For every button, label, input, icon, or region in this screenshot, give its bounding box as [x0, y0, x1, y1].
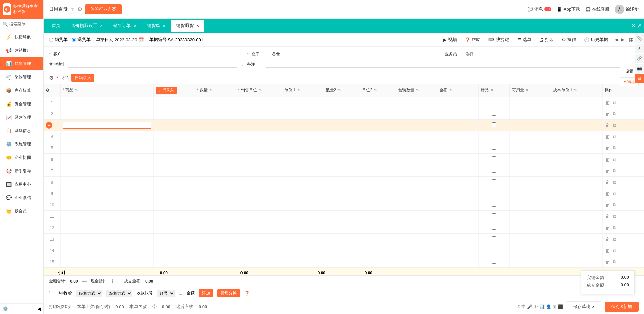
bank-account-select[interactable]: 账号 [157, 290, 175, 297]
sidebar-item-inventory[interactable]: 📦 库存核算 [0, 84, 43, 97]
sale-radio-input[interactable] [49, 38, 53, 42]
warehouse-input[interactable] [271, 51, 435, 57]
row-qty-8[interactable] [195, 177, 236, 188]
gift-check-8[interactable] [492, 179, 496, 184]
sidebar-item-operations[interactable]: 📈 经营管理 [0, 111, 43, 124]
copy-row-btn-7[interactable]: ⧉ [612, 167, 617, 174]
row-sale-unit-4[interactable] [236, 131, 282, 142]
close-window-btn[interactable]: ✕ [631, 23, 636, 29]
copy-row-btn-12[interactable]: ⧉ [612, 224, 617, 231]
row-unit2-4[interactable] [360, 131, 396, 142]
row-unit-price-11[interactable] [282, 211, 324, 222]
sidebar-item-enterprise[interactable]: 🤝 企业协同 [0, 151, 43, 164]
save-draft-btn[interactable]: 保存草稿 ∧ [566, 301, 602, 312]
row-amount-1[interactable] [437, 97, 479, 108]
row-gift-4[interactable] [479, 131, 509, 142]
row-sale-unit-3[interactable] [236, 120, 282, 131]
right-panel-star[interactable]: ★ [635, 44, 644, 53]
one-click-pay-checkbox[interactable] [49, 291, 53, 295]
row-gift-2[interactable] [479, 108, 509, 120]
row-product-13[interactable] [60, 234, 153, 245]
expense-split-btn[interactable]: 费用分摊 [217, 289, 240, 297]
row-cost-price-6[interactable] [551, 154, 602, 165]
row-unit2-13[interactable] [360, 234, 396, 245]
row-sale-unit-14[interactable] [236, 245, 282, 256]
row-gift-5[interactable] [479, 142, 509, 154]
sidebar-item-system[interactable]: ⚙️ 系统管理 [0, 137, 43, 151]
row-cost-price-15[interactable] [551, 256, 602, 268]
row-qty-11[interactable] [195, 211, 236, 222]
date-value[interactable]: 2023-03-20 [115, 37, 137, 42]
gift-check-14[interactable] [492, 248, 496, 252]
one-click-pay-label[interactable]: 一键收款 [49, 290, 72, 296]
row-product-5[interactable] [60, 142, 153, 154]
tab-close-sale-order[interactable]: ✕ [133, 24, 136, 28]
grid-view-btn[interactable]: ▦ [628, 36, 634, 43]
row-sale-unit-11[interactable] [236, 211, 282, 222]
return-type-radio[interactable]: 退货单 [72, 37, 91, 43]
row-unit-price-2[interactable] [282, 108, 324, 120]
gift-check-9[interactable] [492, 191, 496, 195]
row-qty-15[interactable] [195, 256, 236, 268]
row-amount-11[interactable] [437, 211, 479, 222]
row-available-12[interactable] [509, 222, 551, 234]
row-sale-unit-12[interactable] [236, 222, 282, 234]
row-qty2-13[interactable] [324, 234, 360, 245]
add-row-btn[interactable]: + [46, 122, 52, 129]
right-panel-camera[interactable]: 📷 [635, 64, 644, 73]
row-unit-price-8[interactable] [282, 177, 324, 188]
row-unit2-14[interactable] [360, 245, 396, 256]
row-qty2-4[interactable] [324, 131, 360, 142]
row-available-10[interactable] [509, 199, 551, 211]
row-cost-price-4[interactable] [551, 131, 602, 142]
online-service-btn[interactable]: 🎧 在线客服 [585, 6, 609, 12]
prev-doc-btn[interactable]: ◀ [613, 37, 619, 43]
row-gift-1[interactable] [479, 97, 509, 108]
tab-close-sale-price[interactable]: ✕ [100, 24, 103, 28]
row-unit2-8[interactable] [360, 177, 396, 188]
copy-row-btn-6[interactable]: ⧉ [612, 156, 617, 163]
customer-select-btn[interactable]: ... [239, 52, 243, 56]
row-gift-3[interactable] [479, 120, 509, 131]
message-btn[interactable]: 💬 消息 70 [528, 6, 551, 12]
row-cost-price-12[interactable] [551, 222, 602, 234]
row-product-2[interactable] [60, 108, 153, 120]
row-amount-5[interactable] [437, 142, 479, 154]
row-qty-1[interactable] [195, 97, 236, 108]
row-pack-qty-6[interactable] [396, 154, 437, 165]
row-product-8[interactable] [60, 177, 153, 188]
row-unit2-7[interactable] [360, 165, 396, 177]
row-unit-price-7[interactable] [282, 165, 324, 177]
row-unit2-12[interactable] [360, 222, 396, 234]
row-gift-11[interactable] [479, 211, 509, 222]
staff-input[interactable] [464, 51, 633, 57]
copy-row-btn-1[interactable]: ⧉ [612, 99, 617, 106]
maximize-btn[interactable]: ⤢ [637, 23, 641, 29]
row-pack-qty-9[interactable] [396, 188, 437, 199]
row-amount-14[interactable] [437, 245, 479, 256]
row-qty2-8[interactable] [324, 177, 360, 188]
row-available-2[interactable] [509, 108, 551, 120]
col-settings-icon[interactable]: ⚙ [46, 88, 50, 93]
gift-check-13[interactable] [492, 236, 496, 241]
row-available-7[interactable] [509, 165, 551, 177]
row-amount-15[interactable] [437, 256, 479, 268]
row-qty2-12[interactable] [324, 222, 360, 234]
row-unit2-9[interactable] [360, 188, 396, 199]
gift-check-3[interactable] [492, 122, 496, 127]
row-amount-9[interactable] [437, 188, 479, 199]
row-available-14[interactable] [509, 245, 551, 256]
row-available-8[interactable] [509, 177, 551, 188]
copy-row-btn-15[interactable]: ⧉ [612, 258, 617, 265]
row-unit-price-9[interactable] [282, 188, 324, 199]
delete-row-btn-7[interactable]: 🗑 [605, 168, 611, 174]
row-product-9[interactable] [60, 188, 153, 199]
row-qty-9[interactable] [195, 188, 236, 199]
delete-row-btn-11[interactable]: 🗑 [605, 213, 611, 220]
delete-row-btn-4[interactable]: 🗑 [605, 133, 611, 140]
tab-close-sale-out[interactable]: ✕ [163, 24, 165, 28]
delete-row-btn-6[interactable]: 🗑 [605, 156, 611, 163]
sidebar-item-quick-nav[interactable]: ⚡ 快捷导航 [0, 30, 43, 44]
delete-row-btn-8[interactable]: 🗑 [605, 179, 611, 186]
row-qty2-15[interactable] [324, 256, 360, 268]
